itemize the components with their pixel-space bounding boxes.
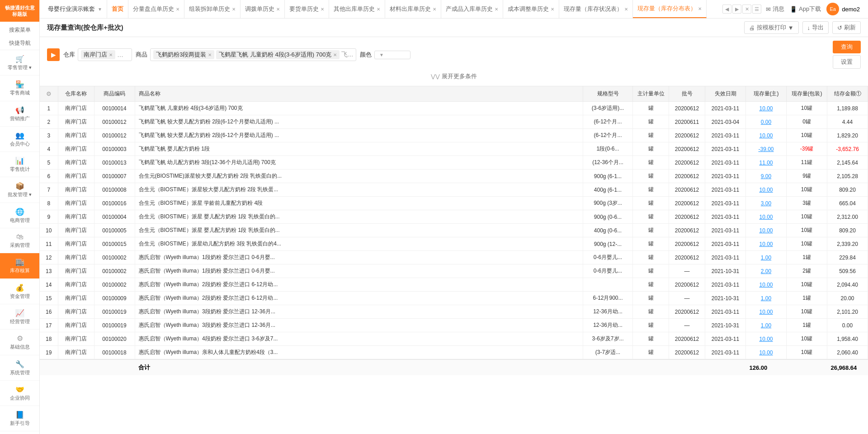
tab-close-disassemble[interactable]: ✕: [232, 7, 236, 12]
cell-r11-c8[interactable]: 1.00: [746, 251, 787, 264]
sidebar-item-retail-shop[interactable]: 🏪 零售商城: [0, 75, 39, 101]
cell-r7-c8[interactable]: 3.00: [746, 197, 787, 210]
settings-icon[interactable]: ⚙: [46, 90, 52, 97]
tab-close-btn[interactable]: ✕: [742, 5, 751, 14]
sidebar-item-system[interactable]: 🔧 系统管理: [0, 355, 39, 381]
topnav-right-actions: ✉ 消息 📱 App下载 Ea demo2: [761, 3, 864, 15]
settings-btn[interactable]: 设置: [833, 55, 861, 69]
tab-menu-btn[interactable]: ☰: [752, 5, 761, 14]
account-dropdown[interactable]: 母婴行业演示账套 ▼: [43, 0, 107, 18]
sidebar-item-apps[interactable]: 📱 应用中心: [0, 431, 39, 434]
product-tag-close-1[interactable]: ✕: [333, 52, 337, 57]
tab-close-require[interactable]: ✕: [321, 7, 324, 12]
cell-r0-c8[interactable]: 10.00: [746, 102, 787, 115]
cell-r12-c8[interactable]: 2.00: [746, 264, 787, 278]
cell-r3-c7: 2021-03-11: [705, 142, 746, 156]
tab-scroll-left[interactable]: ◀: [722, 5, 731, 14]
cell-r13-c8[interactable]: 10.00: [746, 278, 787, 292]
cell-r14-c8[interactable]: 1.00: [746, 292, 787, 305]
sidebar-item-operations[interactable]: 📈 经营管理: [0, 304, 39, 330]
tab-close-stock-status[interactable]: ✕: [624, 7, 628, 12]
tab-material-out[interactable]: 材料出库单历史✕: [385, 0, 441, 18]
cell-r6-c2: 00100008: [94, 183, 135, 197]
quick-nav[interactable]: 快捷导航: [0, 37, 39, 50]
search-entry[interactable]: 搜索菜单: [0, 22, 39, 37]
tab-stock-status[interactable]: 现存量（库存状况表）✕: [559, 0, 633, 18]
expand-more-btn[interactable]: ⋁⋁ 展开更多条件: [429, 71, 479, 82]
sidebar-item-retail[interactable]: 🛒 零售管理 ▾: [0, 50, 39, 75]
cell-r17-c4: 3-6岁及7岁...: [583, 332, 633, 346]
table-row: 18南岸门店00100020惠氏启智（Wyeth illuma）4段奶粉 爱尔兰…: [40, 332, 868, 346]
wholesale-label: 批发管理 ▾: [8, 191, 32, 198]
cell-r8-c8[interactable]: 10.00: [746, 210, 787, 224]
cell-r17-c8[interactable]: 10.00: [746, 332, 787, 346]
sidebar-item-guide[interactable]: 📘 新手引导: [0, 406, 39, 431]
sidebar-item-collab[interactable]: 🤝 企业协同: [0, 381, 39, 406]
tab-stock-dist[interactable]: 现存量（库存分布表）✕: [633, 0, 707, 18]
app-icon: 📱: [790, 6, 797, 13]
tab-require[interactable]: 要货单历史✕: [285, 0, 329, 18]
export-icon: ↓: [807, 24, 811, 31]
tab-disassemble[interactable]: 组装拆卸单历史✕: [184, 0, 241, 18]
tab-product-in[interactable]: 产成品入库单历史✕: [441, 0, 503, 18]
sidebar-item-member[interactable]: 👥 会员中心: [0, 127, 39, 152]
tab-cost-adjust[interactable]: 成本调整单历史✕: [503, 0, 559, 18]
cell-r16-c1: 南岸门店: [58, 319, 94, 332]
filter-expand-btn[interactable]: ▶: [47, 48, 60, 61]
product-filter-input[interactable]: 飞鹤奶粉3段两提装✕飞鹤星飞帆 儿童奶粉 4段(3-6岁适用) 700克✕飞..…: [150, 48, 356, 61]
tab-close-material-out[interactable]: ✕: [433, 7, 436, 12]
sidebar-item-inventory[interactable]: 🏬 库存核算: [0, 253, 39, 278]
table-footer-row: 合计 126.00 26,968.64: [40, 359, 868, 375]
tab-close-other-out[interactable]: ✕: [377, 7, 380, 12]
cell-r15-c8[interactable]: 10.00: [746, 305, 787, 319]
cell-r18-c8[interactable]: 10.00: [746, 346, 787, 360]
product-tag-text-1: 飞鹤星飞帆 儿童奶粉 4段(3-6岁适用) 700克: [219, 51, 331, 59]
sidebar-item-wholesale[interactable]: 📦 批发管理 ▾: [0, 177, 39, 203]
tab-close-stock-dist[interactable]: ✕: [698, 6, 702, 11]
tab-scroll-right[interactable]: ▶: [732, 5, 741, 14]
sidebar-item-finance[interactable]: 💰 资金管理: [0, 279, 39, 304]
query-btn[interactable]: 查询: [833, 41, 861, 53]
cell-r16-c8[interactable]: 1.00: [746, 319, 787, 332]
sidebar-item-marketing[interactable]: 📢 营销推广: [0, 101, 39, 127]
message-btn[interactable]: ✉ 消息: [766, 5, 784, 13]
cell-r15-c3: 惠氏启智（Wyeth illuma）3段奶粉 爱尔兰进口 12-36月...: [135, 305, 583, 319]
app-download-btn[interactable]: 📱 App下载: [790, 5, 821, 13]
tab-mix[interactable]: 调拨单历史✕: [241, 0, 285, 18]
warehouse-tag-close[interactable]: ✕: [109, 52, 113, 57]
sidebar-item-ecom[interactable]: 🌐 电商管理: [0, 203, 39, 228]
cell-r1-c8[interactable]: 0.00: [746, 115, 787, 129]
tab-close-product-in[interactable]: ✕: [495, 7, 498, 12]
tab-close-mix[interactable]: ✕: [276, 7, 280, 12]
warehouse-filter-input[interactable]: 南岸门店 ✕ …: [78, 48, 132, 61]
tab-home[interactable]: 首页: [107, 0, 128, 18]
product-tag-close-0[interactable]: ✕: [208, 52, 212, 57]
template-print-btn[interactable]: 🖨 按模板打印 ▼: [744, 21, 799, 34]
export-btn[interactable]: ↓ 导出: [802, 21, 829, 34]
cell-r16-c2: 00100019: [94, 319, 135, 332]
tab-split[interactable]: 分量盘点单历史✕: [128, 0, 184, 18]
sidebar-item-retail-stat[interactable]: 📊 零售统计: [0, 152, 39, 177]
refresh-btn[interactable]: ↺ 刷新: [832, 21, 861, 34]
cell-r4-c8[interactable]: 11.00: [746, 156, 787, 170]
cell-r9-c8[interactable]: 10.00: [746, 224, 787, 237]
warehouse-more-icon[interactable]: …: [117, 51, 123, 58]
tab-other-out[interactable]: 其他出库单历史✕: [329, 0, 385, 18]
color-filter-input[interactable]: ▼: [374, 51, 410, 59]
cell-r3-c2: 00100003: [94, 142, 135, 156]
tab-close-split[interactable]: ✕: [176, 7, 179, 12]
cell-r17-c2: 00100020: [94, 332, 135, 346]
cell-r10-c8[interactable]: 10.00: [746, 237, 787, 251]
cell-r6-c8[interactable]: 10.00: [746, 183, 787, 197]
table-row: 6南岸门店00100007合生元(BIOSTIME)派星较大婴儿配方奶粉 2段 …: [40, 170, 868, 183]
user-menu[interactable]: Ea demo2: [826, 3, 860, 15]
sidebar-item-purchase[interactable]: 🛍 采购管理: [0, 228, 39, 253]
cell-r2-c8[interactable]: 10.00: [746, 129, 787, 142]
cell-r5-c8[interactable]: 9.00: [746, 170, 787, 183]
product-more-icon[interactable]: 飞...: [341, 51, 353, 59]
cell-r8-c4: 900g (0-6...: [583, 210, 633, 224]
cell-r15-c9: 10罐: [787, 305, 827, 319]
cell-r3-c8[interactable]: -39.00: [746, 142, 787, 156]
sidebar-item-basics[interactable]: ⚙ 基础信息: [0, 330, 39, 355]
tab-close-cost-adjust[interactable]: ✕: [551, 7, 554, 12]
